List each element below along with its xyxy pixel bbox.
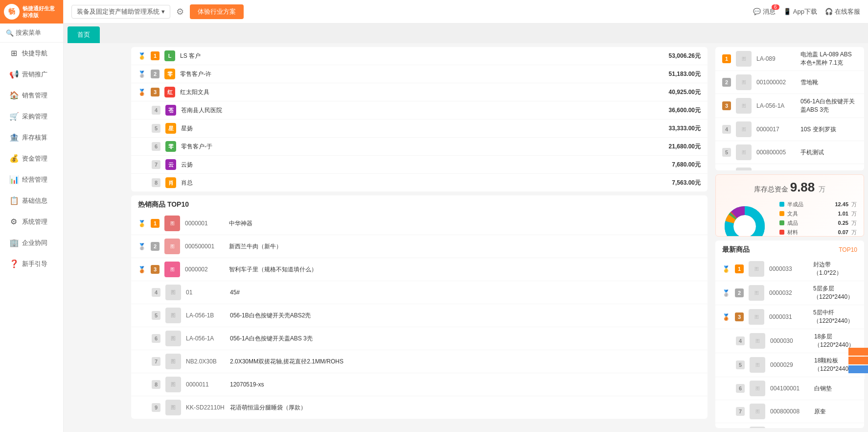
customer-avatar: 零 (165, 141, 176, 152)
legend-value: 0.07 (838, 229, 848, 235)
customer-value: 40,925.00元 (669, 88, 701, 96)
legend-value: 0.25 (838, 220, 848, 226)
product-name: 原奎 (814, 408, 857, 416)
live-button[interactable]: 直播 (848, 365, 868, 373)
nav-label-basic-info: 基础信息 (22, 196, 47, 205)
headset-icon: 🎧 (825, 8, 833, 15)
product-thumbnail: 图 (750, 427, 765, 428)
product-rank-row: 5 图 000800005 手机测试 (715, 141, 864, 164)
online-service-button[interactable]: 🎧 在线客服 (825, 7, 860, 16)
customer-service-button[interactable]: 客服热线 (848, 348, 868, 356)
customer-name: 云扬 (181, 161, 667, 169)
rank-number: 2 (151, 70, 160, 78)
medal-icon: 🥉 (722, 313, 730, 321)
content-left-spacer (64, 43, 127, 432)
message-icon: 💬 (753, 8, 761, 15)
content-middle: 🥇 1 L LS 客户 53,006.26元 🥈 2 零 零售客户-许 51,1… (127, 43, 711, 432)
medal-icon: 🥉 (138, 89, 146, 96)
customer-row: 🥈 2 零 零售客户-许 51,183.00元 (131, 65, 708, 83)
customer-name: 星扬 (181, 124, 664, 133)
rank-number: 8 (152, 178, 160, 187)
hot-product-row: 7 图 NB2.0X30B 2.0X30MM双搓花轴,搓花直径2.1MM/ROH… (131, 350, 708, 373)
sidebar-item-basic-info[interactable]: 📋基础信息 (0, 190, 63, 211)
nav-icon-company: 🏢 (9, 238, 18, 247)
app-download-button[interactable]: 📱 App下载 (783, 7, 817, 16)
customer-row: 6 零 零售客户-于 21,680.00元 (131, 138, 708, 156)
product-thumbnail: 图 (749, 285, 764, 301)
product-thumbnail: 图 (164, 216, 180, 231)
demo-button[interactable]: 体验行业方案 (190, 4, 244, 19)
customer-name: LS 客户 (180, 52, 664, 60)
product-name: 18多层（1220*2440） (814, 333, 857, 349)
customer-avatar: 肖 (165, 177, 176, 188)
product-code: 0000029 (770, 361, 809, 368)
product-name: 12070519-xs (230, 381, 701, 388)
rank-number: 3 (151, 88, 160, 96)
sidebar-item-inventory[interactable]: 🏦库存核算 (0, 127, 63, 148)
legend-item: 半成品 12.45 万 (779, 201, 857, 208)
svg-point-6 (734, 216, 755, 237)
hot-product-row: 🥇 1 图 0000001 中华神器 (131, 212, 708, 235)
service-community-button[interactable]: 服务社区 (848, 357, 868, 364)
product-name: 056-1B白色按键开关壳ABS2壳 (230, 312, 701, 320)
rank-number: 3 (722, 101, 731, 110)
product-thumbnail: 图 (736, 121, 752, 137)
sidebar-item-sales[interactable]: 🏠销售管理 (0, 85, 63, 106)
legend-name: 材料 (787, 229, 835, 236)
product-thumbnail-placeholder: 图 (165, 377, 181, 392)
inventory-total: 库存总资金 9.88 万 (716, 175, 864, 197)
medal-icon: 🥉 (138, 266, 146, 273)
product-thumbnail-placeholder: 图 (165, 354, 181, 369)
search-menu[interactable]: 🔍 搜索菜单 (0, 24, 63, 43)
medal-icon: 🥈 (138, 243, 146, 250)
rank-number: 2 (151, 242, 160, 251)
customer-top10-card: 🥇 1 L LS 客户 53,006.26元 🥈 2 零 零售客户-许 51,1… (131, 47, 708, 192)
product-code: 0000002 (185, 266, 224, 273)
customer-row: 8 肖 肖总 7,563.00元 (131, 174, 708, 192)
tab-home[interactable]: 首页 (68, 26, 100, 43)
product-thumbnail-placeholder: 图 (165, 285, 181, 300)
nav-icon-inventory: 🏦 (9, 133, 18, 142)
legend-value: 1.01 (838, 211, 848, 216)
settings-icon[interactable]: ⚙ (176, 6, 184, 17)
medal-icon: 🥈 (722, 289, 730, 297)
rank-number: 5 (152, 124, 160, 133)
legend-unit: 万 (851, 219, 857, 227)
nav-label-inventory: 库存核算 (22, 133, 47, 142)
product-code: 0000001 (185, 220, 224, 227)
new-product-row: 5 图 0000029 18颗粒板（1220*2440） (715, 353, 864, 377)
sidebar-item-guide[interactable]: ❓新手引导 (0, 253, 63, 274)
new-product-row: 6 图 004100001 白钢垫 (715, 377, 864, 400)
product-rank-row: 1 图 LA-089 电池盖 LA-089 ABS本色+黑种 7.1克 (715, 47, 864, 71)
new-product-row: 🥈 2 图 0000032 5层多层（1220*2440） (715, 281, 864, 305)
content-area: 🥇 1 L LS 客户 53,006.26元 🥈 2 零 零售客户-许 51,1… (64, 43, 868, 432)
medal-icon: 🥇 (138, 52, 146, 60)
sidebar-item-company[interactable]: 🏢企业协同 (0, 232, 63, 253)
product-code: 000800005 (756, 149, 796, 156)
sidebar-item-system[interactable]: ⚙系统管理 (0, 211, 63, 232)
customer-value: 7,563.00元 (672, 179, 701, 187)
product-code: NB2.0X30B (186, 358, 225, 365)
rank-number: 8 (152, 380, 160, 389)
sidebar-item-purchase[interactable]: 🛒采购管理 (0, 106, 63, 127)
hot-product-row: 🥈 2 图 000500001 新西兰牛肉（新牛） (131, 235, 708, 258)
sidebar-logo: 畅 畅捷通好生意 标准版 (0, 0, 63, 24)
product-name: 10S 变刹罗孩 (800, 125, 857, 134)
customer-value: 36,600.00元 (669, 106, 701, 115)
sidebar-item-operations[interactable]: 📊经营管理 (0, 169, 63, 190)
product-rank-row: 2 图 001000002 雪地靴 (715, 71, 864, 94)
sidebar-item-marketing[interactable]: 📢营销推广 (0, 64, 63, 85)
nav-icon-operations: 📊 (9, 175, 18, 184)
topbar-actions: 💬 消息 6 📱 App下载 🎧 在线客服 (753, 7, 860, 16)
product-name: 花语萌恒温分腿睡袋（厚款） (230, 404, 701, 412)
chevron-down-icon: ▾ (161, 8, 165, 15)
message-button[interactable]: 💬 消息 6 (753, 7, 776, 16)
customer-value: 21,680.00元 (669, 143, 701, 151)
new-product-row: 🥇 1 图 0000033 封边带（1.0*22） (715, 257, 864, 281)
rank-number: 4 (152, 288, 160, 297)
sidebar-item-quick-nav[interactable]: ⊞快捷导航 (0, 43, 63, 64)
rank-number: 2 (722, 78, 731, 87)
sidebar-item-finance[interactable]: 💰资金管理 (0, 148, 63, 169)
system-selector[interactable]: 装备及固定资产辅助管理系统 ▾ (71, 5, 170, 19)
customer-name: 红太阳文具 (180, 88, 664, 96)
